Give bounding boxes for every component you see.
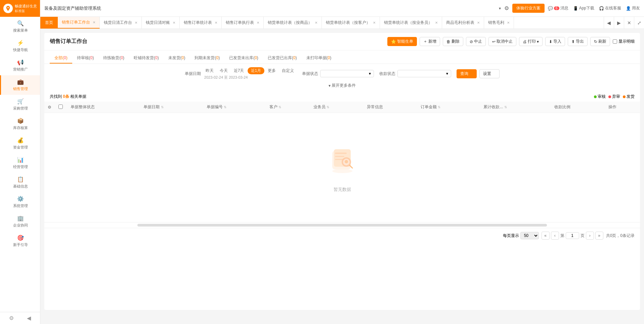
sidebar-settings-btn[interactable]: ⚙ xyxy=(9,315,14,321)
sidebar-item-quick[interactable]: ⚡快捷导航 xyxy=(0,36,40,56)
tab-prev-btn[interactable]: ◀ xyxy=(604,17,614,29)
sub-tab-pending_check[interactable]: 待拣验货(0) xyxy=(98,53,129,64)
tab-next-btn[interactable]: ▶ xyxy=(614,17,624,29)
suspend-button[interactable]: ⊘ 中止 xyxy=(466,37,486,46)
tab-sales_order_workbench[interactable]: 销售订单工作台✕ xyxy=(58,17,100,29)
tab-close-sales_exec[interactable]: ✕ xyxy=(257,21,259,25)
tab-sales_summary_customer[interactable]: 销货单统计表（按客户）✕ xyxy=(322,17,380,29)
experience-button[interactable]: 体验行业方案 xyxy=(512,4,545,13)
tab-sales_profit[interactable]: 销售毛利✕ xyxy=(484,17,514,29)
sidebar-item-search[interactable]: 🔍搜索菜单 xyxy=(0,17,40,36)
sidebar-item-guide[interactable]: 🎯新手引导 xyxy=(0,231,40,251)
sub-tab-shipped_warehoused[interactable]: 已发货已出库(0) xyxy=(263,53,302,64)
col-collected[interactable]: 累计收款... ⇅ xyxy=(480,102,551,113)
sub-tab-pending_audit[interactable]: 待审核(0) xyxy=(72,53,99,64)
online-service-action[interactable]: 🎧 在线客服 xyxy=(599,5,621,11)
table-container: ⚙ 单据整体状态 单据日期 ⇅ 单据编号 ⇅ 客户 ⇅ 业务员 ⇅ 异常信息 订… xyxy=(44,102,640,222)
print-button[interactable]: 🖨 打印 ▾ xyxy=(519,37,543,46)
tab-sales_stats[interactable]: 销售订单统计表✕ xyxy=(180,17,222,29)
tab-close-gross_margin[interactable]: ✕ xyxy=(477,21,480,25)
payment-status-select[interactable]: ▾ xyxy=(397,70,451,77)
page-prev-btn[interactable]: ‹ xyxy=(551,232,559,240)
page-input[interactable] xyxy=(566,232,579,239)
header-dropdown-icon[interactable]: ▾ xyxy=(499,6,501,11)
tab-cash_daily[interactable]: 钱货日清工作台✕ xyxy=(100,17,142,29)
date-chip-1month[interactable]: 近1月 xyxy=(248,67,265,74)
smart-create-button[interactable]: ⭐ 智能生单 xyxy=(387,37,417,46)
tab-close-sales_summary_customer[interactable]: ✕ xyxy=(373,21,376,25)
settings-filter-button[interactable]: 设置 xyxy=(479,69,500,78)
tab-close-cash_reconcile[interactable]: ✕ xyxy=(173,21,175,25)
sub-tab-not_shipped[interactable]: 未发货(0) xyxy=(164,53,190,64)
sidebar-item-finance[interactable]: 💰资金管理 xyxy=(0,134,40,153)
tab-gross_margin[interactable]: 商品毛利分析表✕ xyxy=(442,17,484,29)
sidebar-item-purchase[interactable]: 🛒采购管理 xyxy=(0,95,40,114)
sub-tab-not_printed[interactable]: 未打印单据(0) xyxy=(302,53,336,64)
tab-close-sales_summary_product[interactable]: ✕ xyxy=(315,21,317,25)
show-detail-checkbox[interactable]: 显示明细 xyxy=(613,39,635,44)
tab-sales_summary_product[interactable]: 销货单统计表（按商品）✕ xyxy=(264,17,322,29)
tab-close-sales_summary_staff[interactable]: ✕ xyxy=(435,21,438,25)
expand-conditions-button[interactable]: ▾展开更多条件 xyxy=(329,83,356,88)
date-chip-yesterday[interactable]: 昨天 xyxy=(203,67,216,74)
doc-status-select[interactable]: ▾ xyxy=(320,70,374,77)
sidebar-item-marketing[interactable]: 📢营销推广 xyxy=(0,56,40,75)
add-button[interactable]: ＋ 新增 xyxy=(420,37,440,46)
sub-tab-all[interactable]: 全部(0) xyxy=(50,53,72,64)
date-chip-more[interactable]: 更多 xyxy=(265,67,278,74)
page-next-btn[interactable]: › xyxy=(586,232,594,240)
tab-cash_reconcile[interactable]: 钱货日清对账✕ xyxy=(142,17,180,29)
col-date[interactable]: 单据日期 ⇅ xyxy=(140,102,203,113)
tab-close-sales_order_workbench[interactable]: ✕ xyxy=(93,21,95,24)
col-customer[interactable]: 客户 ⇅ xyxy=(266,102,310,113)
cancel-suspend-button[interactable]: ↩ 取消中止 xyxy=(488,37,516,46)
cancel-audit-btn[interactable]: 弃审 xyxy=(608,94,620,99)
payment-status-dropdown-icon: ▾ xyxy=(446,71,448,76)
header-settings-icon[interactable]: ⚙ xyxy=(504,5,509,11)
sub-tab-shipped_not_warehoused[interactable]: 已发货未出库(0) xyxy=(224,53,263,64)
col-amount[interactable]: 订单金额 ⇅ xyxy=(417,102,480,113)
tab-close-cash_daily[interactable]: ✕ xyxy=(135,21,137,25)
query-button[interactable]: 查询 xyxy=(457,69,477,78)
sidebar-item-operation[interactable]: 📊经营管理 xyxy=(0,153,40,173)
sidebar-item-inventory[interactable]: 📦库存核算 xyxy=(0,114,40,134)
date-chip-custom[interactable]: 自定义 xyxy=(279,67,297,74)
message-action[interactable]: 💬 6 消息 xyxy=(548,5,568,11)
page-size-dropdown[interactable]: 50 10 20 100 xyxy=(520,232,539,239)
delete-button[interactable]: 🗑 删除 xyxy=(443,37,463,46)
audit-dot xyxy=(594,95,597,98)
sidebar-collapse-btn[interactable]: ◀ xyxy=(27,315,31,321)
table-header-row: ⚙ 单据整体状态 单据日期 ⇅ 单据编号 ⇅ 客户 ⇅ 业务员 ⇅ 异常信息 订… xyxy=(44,102,640,113)
page-first-btn[interactable]: « xyxy=(542,232,550,240)
sidebar-item-basic[interactable]: 📋基础信息 xyxy=(0,173,40,192)
export-button[interactable]: ⬆ 导出 xyxy=(568,37,588,46)
tab-sales_exec[interactable]: 销售订单执行表✕ xyxy=(222,17,264,29)
tab-close-sales_stats[interactable]: ✕ xyxy=(215,21,217,25)
import-button[interactable]: ⬇ 导入 xyxy=(545,37,565,46)
tab-fullscreen-btn[interactable]: ⤢ xyxy=(634,17,644,29)
sub-tab-wangpu_pending[interactable]: 旺铺待发货(0) xyxy=(129,53,164,64)
cancel-audit-dot xyxy=(608,95,611,98)
tab-close-sales_profit[interactable]: ✕ xyxy=(507,21,510,25)
col-staff[interactable]: 业务员 ⇅ xyxy=(310,102,363,113)
sidebar-item-corp[interactable]: 🏢企业协同 xyxy=(0,212,40,231)
tab-home[interactable]: 首页 xyxy=(40,17,58,29)
sub-tab-overdue_not_shipped[interactable]: 到期未发货(0) xyxy=(190,53,224,64)
sidebar-item-sales[interactable]: 💼销售管理 xyxy=(0,75,40,95)
col-actions: 操作 xyxy=(605,102,640,113)
date-chip-7days[interactable]: 近7天 xyxy=(231,67,247,74)
col-number[interactable]: 单据编号 ⇅ xyxy=(203,102,266,113)
ship-btn[interactable]: 发货 xyxy=(623,94,635,99)
tab-sales_summary_staff[interactable]: 销货单统计表（按业务员）✕ xyxy=(380,17,442,29)
tab-close-all-btn[interactable]: ✕ xyxy=(624,17,634,29)
sidebar-icon-marketing: 📢 xyxy=(17,59,24,66)
svg-rect-4 xyxy=(335,156,344,157)
refresh-button[interactable]: ↻ 刷新 xyxy=(590,37,610,46)
date-chip-today[interactable]: 今天 xyxy=(217,67,230,74)
app-download-action[interactable]: 📱 App下载 xyxy=(573,5,594,11)
sidebar-item-system[interactable]: ⚙️系统管理 xyxy=(0,192,40,212)
horizontal-scrollbar[interactable] xyxy=(137,224,547,227)
page-last-btn[interactable]: » xyxy=(595,232,603,240)
user-action[interactable]: 👤 用友 xyxy=(626,5,640,11)
audit-btn[interactable]: 审核 xyxy=(594,94,606,99)
